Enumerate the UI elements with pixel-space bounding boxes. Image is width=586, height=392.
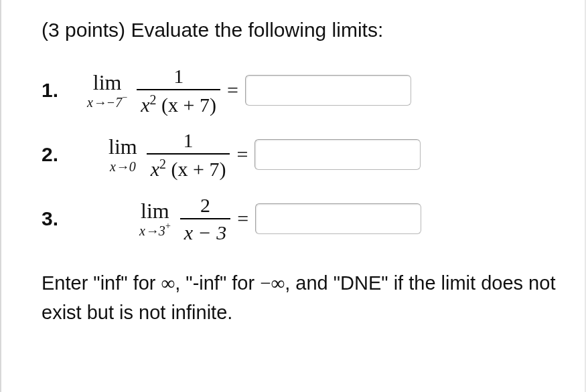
problems-list: 1. lim x→−7− 1 x2 (x + 7) = 2. bbox=[42, 60, 558, 249]
answer-input-3[interactable] bbox=[255, 203, 421, 234]
limit-expression: lim x→0 1 x2 (x + 7) bbox=[108, 129, 234, 180]
fraction-icon: 2 x − 3 bbox=[180, 194, 231, 243]
problem-heading: (3 points) Evaluate the following limits… bbox=[42, 19, 558, 41]
problem-card: (3 points) Evaluate the following limits… bbox=[0, 0, 586, 392]
answer-input-1[interactable] bbox=[245, 75, 411, 106]
equals-sign: = bbox=[236, 143, 248, 166]
problem-row: 3. lim x→3+ 2 x − 3 = bbox=[42, 189, 558, 249]
fraction-icon: 1 x2 (x + 7) bbox=[147, 129, 230, 180]
limit-expression: lim x→3+ 2 x − 3 bbox=[139, 194, 234, 243]
problem-number: 2. bbox=[42, 143, 74, 166]
neg-infinity-icon: −∞ bbox=[260, 272, 285, 294]
instructions-text: Enter "inf" for ∞, "-inf" for −∞, and "D… bbox=[42, 269, 558, 327]
problem-row: 1. lim x→−7− 1 x2 (x + 7) = bbox=[42, 60, 558, 120]
problem-number: 1. bbox=[42, 79, 74, 102]
limit-expression: lim x→−7− 1 x2 (x + 7) bbox=[87, 65, 224, 116]
problem-row: 2. lim x→0 1 x2 (x + 7) = bbox=[42, 124, 558, 185]
lim-icon: lim x→3+ bbox=[139, 200, 171, 237]
equals-sign: = bbox=[237, 207, 248, 230]
lim-icon: lim x→0 bbox=[108, 136, 137, 173]
fraction-icon: 1 x2 (x + 7) bbox=[137, 65, 220, 116]
answer-input-2[interactable] bbox=[254, 139, 421, 170]
problem-number: 3. bbox=[42, 207, 74, 230]
equals-sign: = bbox=[227, 79, 238, 102]
infinity-icon: ∞ bbox=[161, 272, 175, 294]
lim-icon: lim x→−7− bbox=[87, 72, 127, 109]
